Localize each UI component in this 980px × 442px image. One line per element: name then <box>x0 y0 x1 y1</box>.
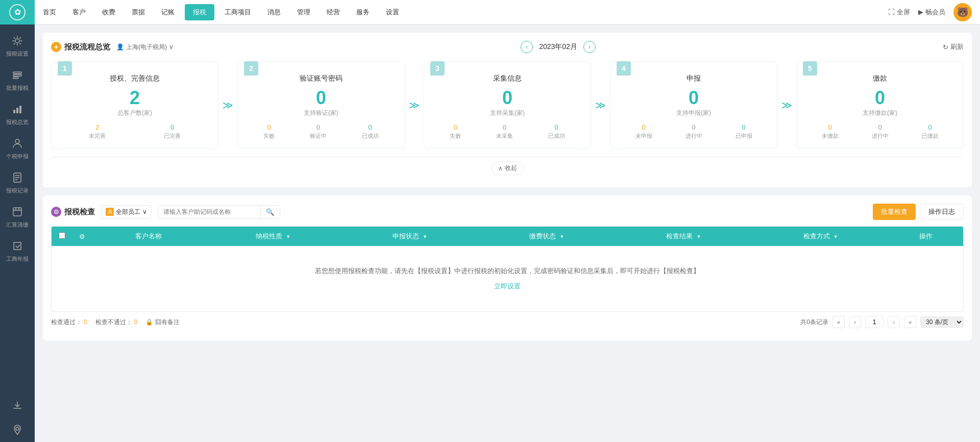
refresh-icon: ↻ <box>943 43 948 51</box>
fullscreen-icon: ⛶ <box>888 8 895 16</box>
sidebar-label-tax-settings: 报税设置 <box>6 50 29 58</box>
nav-accounting[interactable]: 记账 <box>153 0 183 24</box>
operation-log-button[interactable]: 操作日志 <box>920 204 964 220</box>
sidebar-item-location[interactable] <box>0 418 35 442</box>
step-num-3: 3 <box>430 61 445 76</box>
stat-val-declared-4: 0 <box>742 124 745 131</box>
sidebar-item-tax-overview[interactable]: 报税总览 <box>0 97 35 131</box>
stat-label-declared-4: 已申报 <box>736 132 752 140</box>
sidebar-item-personal-tax[interactable]: 个税申报 <box>0 131 35 165</box>
arrow-1-2: ≫ <box>218 61 237 149</box>
nav-home[interactable]: 首页 <box>35 0 64 24</box>
filter-icon-check-method[interactable]: ▼ <box>833 234 838 239</box>
collapse-bar[interactable]: ∧ 收起 <box>51 157 964 179</box>
svg-point-0 <box>15 39 19 43</box>
nav-operation[interactable]: 经营 <box>318 0 348 24</box>
nav-manage[interactable]: 管理 <box>289 0 318 24</box>
table-wrapper: ⚙ 客户名称 纳税性质 ▼ 申报状态 ▼ <box>51 226 964 312</box>
filter-icon-check-result[interactable]: ▼ <box>696 234 701 239</box>
data-table: ⚙ 客户名称 纳税性质 ▼ 申报状态 ▼ <box>52 227 963 311</box>
sidebar-item-annual-report[interactable]: 工商年报 <box>0 234 35 268</box>
nav-settings[interactable]: 设置 <box>378 0 407 24</box>
video-icon: ▶ <box>918 8 923 16</box>
svg-rect-1 <box>13 72 21 73</box>
sidebar-item-batch-tax[interactable]: 批量报税 <box>0 63 35 97</box>
step-card-1: 1 授权、完善信息 2 总客户数(家) 2 未完善 0 已完善 <box>51 61 218 149</box>
nav-customer[interactable]: 客户 <box>64 0 94 24</box>
step-title-4: 申报 <box>619 74 769 83</box>
gear-header[interactable]: ⚙ <box>72 227 92 246</box>
svg-rect-6 <box>19 106 21 113</box>
fail-value[interactable]: 0 <box>134 318 138 326</box>
employee-chevron-icon: ∨ <box>142 208 147 215</box>
current-month: 2023年02月 <box>539 42 577 52</box>
nav-fee[interactable]: 收费 <box>94 0 124 24</box>
next-page-button[interactable]: › <box>888 316 900 328</box>
stat-pending-3: 0 未采集 <box>496 124 513 140</box>
nav-business[interactable]: 工商项目 <box>216 0 259 24</box>
table-body: 若您想使用报税检查功能，请先在【报税设置】中进行报税的初始化设置，完成密码验证和… <box>52 246 963 311</box>
sidebar-item-tax-settings[interactable]: 报税设置 <box>0 29 35 63</box>
fullscreen-button[interactable]: ⛶ 全屏 <box>888 8 910 17</box>
header-actions: 批量检查 操作日志 <box>873 204 964 220</box>
nav-tax[interactable]: 报税 <box>185 4 214 20</box>
check-title-text: 报税检查 <box>64 207 95 217</box>
filter-icon-tax-type[interactable]: ▼ <box>286 234 291 239</box>
refresh-button[interactable]: ↻ 刷新 <box>943 42 964 52</box>
setup-link[interactable]: 立即设置 <box>62 282 953 291</box>
stat-val-incomplete: 2 <box>95 124 99 131</box>
stat-val-fail-2: 0 <box>267 124 271 131</box>
user-avatar[interactable]: 🐻 <box>953 3 972 21</box>
sidebar-item-download[interactable] <box>0 393 35 418</box>
check-panel: ⊙ 报税检查 员 全部员工 ∨ 🔍 批量检查 操作日志 <box>43 195 972 340</box>
stat-label-complete: 已完善 <box>164 132 181 140</box>
prev-month-button[interactable]: ‹ <box>521 41 533 53</box>
col-check-result: 检查结果 ▼ <box>616 227 752 246</box>
step-subtitle-5: 支持缴款(家) <box>805 109 955 117</box>
col-tax-type: 纳税性质 ▼ <box>205 227 341 246</box>
sidebar-item-tax-record[interactable]: 报税记录 <box>0 165 35 200</box>
check-title-icon: ⊙ <box>51 207 61 217</box>
location-text: 上海(电子税局) <box>126 43 167 52</box>
tax-record-icon <box>10 170 24 185</box>
nav-invoice[interactable]: 票据 <box>124 0 153 24</box>
plus-icon: + <box>51 42 61 52</box>
member-button[interactable]: ▶ 畅会员 <box>918 8 945 17</box>
step-card-5: 5 缴款 0 支持缴款(家) 0 未缴款 0 进行中 0 已缴款 <box>796 61 964 149</box>
search-button[interactable]: 🔍 <box>260 206 280 218</box>
step-num-5: 5 <box>803 61 817 76</box>
stat-label-verifying-2: 验证中 <box>310 132 327 140</box>
sidebar-item-annual-tax[interactable]: 汇算清缴 <box>0 200 35 234</box>
filter-icon-declare-status[interactable]: ▼ <box>423 234 428 239</box>
pass-value[interactable]: 0 <box>84 318 87 326</box>
sidebar-label-tax-overview: 报税总览 <box>6 118 29 126</box>
nav-message[interactable]: 消息 <box>259 0 289 24</box>
total-records: 共0条记录 <box>800 318 828 327</box>
last-page-button[interactable]: » <box>904 316 916 328</box>
top-navbar: ✿ 首页 客户 收费 票据 记账 报税 工商项目 消息 管理 经营 服务 设置 … <box>0 0 980 24</box>
first-page-button[interactable]: « <box>832 316 845 328</box>
employee-select[interactable]: 员 全部员工 ∨ <box>101 205 152 219</box>
prev-page-button[interactable]: ‹ <box>849 316 861 328</box>
per-page-select[interactable]: 30 条/页50 条/页100 条/页 <box>920 316 964 328</box>
filter-icon-payment-status[interactable]: ▼ <box>559 234 565 239</box>
page-input[interactable] <box>865 316 884 328</box>
app-logo[interactable]: ✿ <box>0 0 35 24</box>
stat-label-inprogress-4: 进行中 <box>685 132 702 140</box>
step-bignum-3: 0 <box>432 87 582 109</box>
collapse-button[interactable]: ∧ 收起 <box>492 161 524 175</box>
fail-label: 检查不通过： <box>95 318 132 327</box>
select-all-checkbox[interactable] <box>59 232 65 239</box>
panel-header: + 报税流程总览 👤 上海(电子税局) ∨ ‹ 2023年02月 › ↻ 刷新 <box>51 41 964 53</box>
sidebar-label-annual-tax: 汇算清缴 <box>6 221 29 229</box>
next-month-button[interactable]: › <box>583 41 596 53</box>
nav-service[interactable]: 服务 <box>348 0 378 24</box>
nav-right: ⛶ 全屏 ▶ 畅会员 🐻 <box>888 3 980 21</box>
main-content: + 报税流程总览 👤 上海(电子税局) ∨ ‹ 2023年02月 › ↻ 刷新 <box>35 24 980 442</box>
select-all-header[interactable] <box>52 227 72 246</box>
batch-check-button[interactable]: 批量检查 <box>873 204 916 220</box>
location-badge[interactable]: 👤 上海(电子税局) ∨ <box>116 43 174 52</box>
stat-incomplete: 2 未完善 <box>89 124 106 140</box>
stat-label-unpaid-5: 未缴款 <box>822 132 839 140</box>
search-input[interactable] <box>158 206 260 218</box>
